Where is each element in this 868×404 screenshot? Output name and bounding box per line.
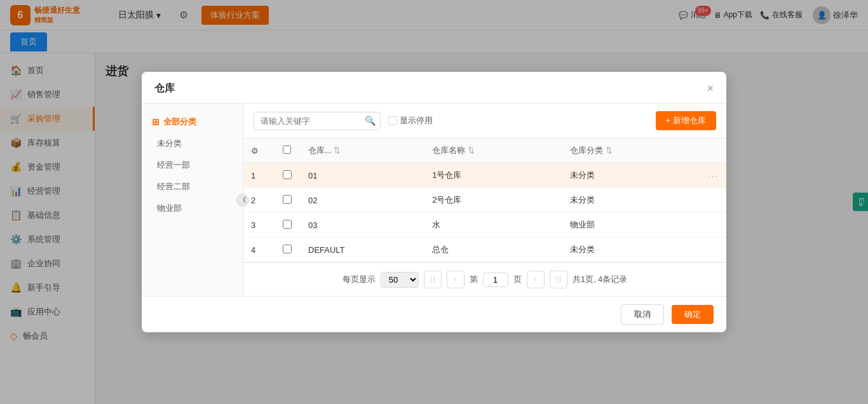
confirm-button[interactable]: 确定	[672, 305, 714, 324]
category-item-property[interactable]: 物业部	[142, 198, 243, 219]
search-input-wrap: 🔍	[254, 112, 381, 130]
row-name: 1号仓库	[424, 163, 562, 188]
table-row[interactable]: 3 03 水 物业部	[243, 213, 726, 238]
modal-close-button[interactable]: ×	[707, 82, 714, 95]
page-label: 第	[470, 274, 478, 285]
row-code: DEFAULT	[301, 238, 424, 262]
row-num: 1	[243, 163, 275, 188]
table-row[interactable]: 2 02 2号仓库 未分类	[243, 188, 726, 213]
sort-icon-name: ⇅	[468, 145, 475, 155]
sort-icon: ⇅	[334, 145, 341, 155]
sort-icon-cat: ⇅	[606, 145, 613, 155]
add-warehouse-button[interactable]: + 新增仓库	[656, 111, 716, 130]
settings-icon: ⚙	[251, 146, 259, 156]
row-name: 2号仓库	[424, 188, 562, 213]
category-all[interactable]: ⊞ 全部分类	[142, 111, 243, 133]
first-page-button[interactable]: ⟨⟨	[424, 271, 442, 288]
row-category: 物业部	[562, 213, 700, 238]
row-code: 02	[301, 188, 424, 213]
warehouse-table: ⚙ 仓库... ⇅ 仓库名称	[243, 138, 726, 262]
table-body: 1 01 1号仓库 未分类 ··· 2 02	[243, 163, 726, 262]
col-actions	[700, 138, 726, 163]
modal-overlay: 仓库 × ⊞ 全部分类 未分类 经营一部 经营二部 物业部 《	[0, 0, 868, 404]
warehouse-modal: 仓库 × ⊞ 全部分类 未分类 经营一部 经营二部 物业部 《	[142, 72, 726, 332]
row-category: 未分类	[562, 238, 700, 262]
page-total: 共1页, 4条记录	[573, 274, 628, 285]
row-category: 未分类	[562, 163, 700, 188]
cancel-button[interactable]: 取消	[621, 304, 664, 325]
last-page-button[interactable]: ⟩⟩	[550, 271, 567, 288]
modal-title: 仓库	[154, 82, 175, 95]
row-code: 03	[301, 213, 424, 238]
search-icon[interactable]: 🔍	[365, 116, 376, 126]
show-disabled-label[interactable]: 显示停用	[388, 115, 433, 126]
category-item-ops1[interactable]: 经营一部	[142, 154, 243, 176]
row-actions[interactable]	[700, 238, 726, 262]
row-name: 总仓	[424, 238, 562, 262]
show-disabled-checkbox[interactable]	[388, 116, 397, 125]
per-page-label: 每页显示	[342, 274, 376, 285]
col-category[interactable]: 仓库分类 ⇅	[562, 138, 700, 163]
page-number-input[interactable]	[483, 273, 508, 287]
row-name: 水	[424, 213, 562, 238]
category-item-ops2[interactable]: 经营二部	[142, 176, 243, 198]
row-code: 01	[301, 163, 424, 188]
select-all-checkbox[interactable]	[283, 145, 291, 154]
search-input[interactable]	[254, 112, 381, 130]
pagination: 每页显示 50 20 100 ⟨⟨ ‹ 第 页 › ⟩⟩ 共1页, 4条记录	[243, 262, 726, 296]
row-actions[interactable]	[700, 188, 726, 213]
col-settings: ⚙	[243, 138, 275, 163]
row-actions[interactable]	[700, 213, 726, 238]
category-sidebar: ⊞ 全部分类 未分类 经营一部 经营二部 物业部 《	[142, 104, 243, 296]
row-checkbox[interactable]	[275, 213, 301, 238]
table-header: ⚙ 仓库... ⇅ 仓库名称	[243, 138, 726, 163]
modal-body: ⊞ 全部分类 未分类 经营一部 经营二部 物业部 《 🔍	[142, 104, 726, 296]
modal-main-content: 🔍 显示停用 + 新增仓库 ⚙	[243, 104, 726, 296]
table-container: ⚙ 仓库... ⇅ 仓库名称	[243, 138, 726, 262]
next-page-button[interactable]: ›	[527, 271, 545, 288]
page-unit-label: 页	[513, 274, 522, 285]
category-collapse-button[interactable]: 《	[236, 194, 249, 206]
search-bar: 🔍 显示停用 + 新增仓库	[243, 104, 726, 138]
row-category: 未分类	[562, 188, 700, 213]
row-num: 3	[243, 213, 275, 238]
table-row[interactable]: 1 01 1号仓库 未分类 ···	[243, 163, 726, 188]
row-checkbox[interactable]	[275, 163, 301, 188]
grid-icon: ⊞	[152, 117, 159, 127]
row-checkbox[interactable]	[275, 188, 301, 213]
prev-page-button[interactable]: ‹	[447, 271, 465, 288]
modal-header: 仓库 ×	[142, 72, 726, 104]
row-num: 4	[243, 238, 275, 262]
row-actions-dots[interactable]: ···	[708, 171, 719, 180]
per-page-select[interactable]: 50 20 100	[381, 272, 419, 288]
category-item-unclassified[interactable]: 未分类	[142, 133, 243, 154]
table-row[interactable]: 4 DEFAULT 总仓 未分类	[243, 238, 726, 262]
col-code[interactable]: 仓库... ⇅	[301, 138, 424, 163]
col-name[interactable]: 仓库名称 ⇅	[424, 138, 562, 163]
col-checkbox	[275, 138, 301, 163]
row-checkbox[interactable]	[275, 238, 301, 262]
row-actions[interactable]: ···	[700, 163, 726, 188]
modal-footer: 取消 确定	[142, 296, 726, 332]
